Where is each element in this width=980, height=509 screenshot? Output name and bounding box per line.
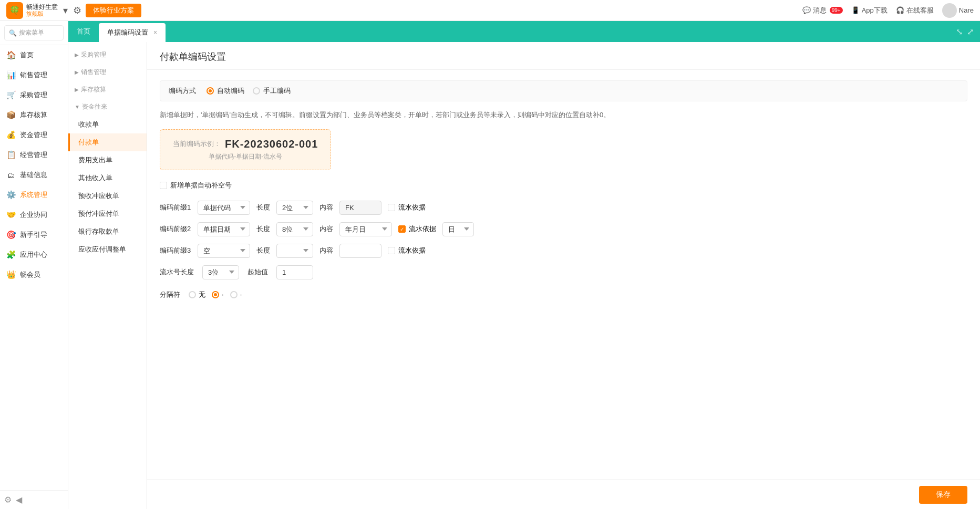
collapse-btn[interactable]: ◀	[16, 495, 22, 505]
flow-cb-label-3: 流水依据	[398, 246, 426, 255]
content-select-2[interactable]: 年月日	[339, 222, 392, 236]
sub-item-receipt[interactable]: 收款单	[68, 116, 147, 133]
system-icon: ⚙️	[6, 190, 16, 200]
sub-group-purchase: ▶ 采购管理	[68, 46, 147, 64]
sep-dot[interactable]: ·	[212, 290, 224, 298]
sub-item-advance-payable[interactable]: 预付冲应付单	[68, 205, 147, 223]
prefix-select-3[interactable]: 空	[198, 244, 250, 258]
sidebar-item-basic[interactable]: 🗂 基础信息	[0, 165, 68, 185]
sub-group-title-purchase[interactable]: ▶ 采购管理	[68, 46, 147, 64]
length-select-3[interactable]	[276, 244, 313, 258]
sidebar-item-guide[interactable]: 🎯 新手引导	[0, 225, 68, 245]
user-avatar	[942, 3, 957, 18]
serial-length-select[interactable]: 3位	[202, 265, 239, 279]
tab-encode-settings[interactable]: 单据编码设置 ×	[99, 23, 166, 42]
basic-icon: 🗂	[6, 170, 16, 180]
brand-name: 畅通好生意	[26, 3, 58, 11]
top-bar: 🍀 畅通好生意 旗舰版 ▾ ⚙ 体验行业方案 💬 消息 99+ 📱 App下载 …	[0, 0, 980, 21]
content-input-1[interactable]	[339, 201, 381, 215]
message-item[interactable]: 💬 消息 99+	[802, 6, 843, 15]
sidebar-item-label: 经营管理	[20, 150, 47, 160]
chevron-down-icon: ▼	[75, 104, 80, 110]
sidebar-item-member[interactable]: 👑 畅会员	[0, 265, 68, 285]
code-format-desc: 单据代码-单据日期-流水号	[173, 152, 318, 161]
flow-cb-1[interactable]	[388, 204, 395, 211]
code-example-value: FK-20230602-001	[225, 138, 318, 150]
serial-length-label: 流水号长度	[160, 267, 194, 277]
cooperation-icon: 🤝	[6, 210, 16, 220]
sub-group-label-capital: 资金往来	[82, 102, 107, 111]
fullscreen-tab-btn[interactable]: ⤢	[967, 27, 974, 37]
sub-item-adjustment[interactable]: 应收应付调整单	[68, 241, 147, 258]
sidebar-item-operations[interactable]: 📋 经营管理	[0, 145, 68, 165]
start-value-input[interactable]	[276, 265, 313, 279]
sub-group-sales: ▶ 销售管理	[68, 64, 147, 81]
sub-item-advance-receivable[interactable]: 预收冲应收单	[68, 187, 147, 205]
dropdown-btn[interactable]: ▾	[62, 4, 69, 17]
sidebar-item-inventory[interactable]: 📦 库存核算	[0, 105, 68, 125]
minimize-tab-btn[interactable]: ⤡	[956, 27, 963, 37]
search-label: 搜索菜单	[19, 28, 44, 37]
inventory-icon: 📦	[6, 110, 16, 120]
app-download-item[interactable]: 📱 App下载	[851, 6, 888, 15]
trial-button[interactable]: 体验行业方案	[86, 4, 141, 17]
radio-manual-encode[interactable]: 手工编码	[253, 86, 291, 96]
message-label: 消息	[813, 6, 827, 15]
online-service-item[interactable]: 🎧 在线客服	[896, 6, 934, 15]
settings-bottom-btn[interactable]: ⚙	[4, 495, 12, 505]
sidebar-item-sales[interactable]: 📊 销售管理	[0, 65, 68, 85]
sub-group-title-sales[interactable]: ▶ 销售管理	[68, 64, 147, 81]
sub-sidebar: ▶ 采购管理 ▶ 销售管理 ▶ 库存核算	[68, 42, 147, 509]
sub-group-label-purchase: 采购管理	[81, 50, 106, 59]
sidebar-item-apps[interactable]: 🧩 应用中心	[0, 245, 68, 265]
content-input-3[interactable]	[339, 244, 381, 258]
length-label-2: 长度	[256, 224, 270, 234]
start-value-label: 起始值	[247, 267, 268, 277]
length-select-2[interactable]: 8位	[276, 222, 313, 236]
user-item[interactable]: Nare	[942, 3, 974, 18]
sub-item-other-income[interactable]: 其他收入单	[68, 169, 147, 187]
brand-icon: 🍀	[6, 2, 23, 19]
flow-cb-2[interactable]: ✓	[398, 225, 406, 233]
sep-none-dot	[189, 291, 196, 298]
encode-method-row: 编码方式 自动编码 手工编码	[160, 80, 967, 101]
tab-home[interactable]: 首页	[68, 21, 99, 42]
search-button[interactable]: 🔍 搜索菜单	[4, 25, 64, 40]
sidebar-item-purchase[interactable]: 🛒 采购管理	[0, 85, 68, 105]
radio-auto-encode[interactable]: 自动编码	[207, 86, 244, 96]
settings-btn[interactable]: ⚙	[72, 4, 82, 17]
sub-group-title-inventory[interactable]: ▶ 库存核算	[68, 81, 147, 98]
flow-cb-3[interactable]	[388, 247, 395, 254]
prefix-select-2[interactable]: 单据日期	[198, 222, 250, 236]
prefix-select-1[interactable]: 单据代码	[198, 201, 250, 215]
sidebar-item-home[interactable]: 🏠 首页	[0, 45, 68, 65]
sidebar-item-finance[interactable]: 💰 资金管理	[0, 125, 68, 145]
sub-group-title-capital[interactable]: ▼ 资金往来	[68, 98, 147, 116]
prefix-row-3: 编码前缀3 空 长度 内容 流水依据	[160, 244, 967, 258]
code-preview-row: 当前编码示例： FK-20230602-001	[173, 138, 318, 150]
sidebar-item-cooperation[interactable]: 🤝 企业协同	[0, 205, 68, 225]
right-panel: 付款单编码设置 编码方式 自动编码 手工编码	[147, 42, 980, 509]
auto-fill-checkbox[interactable]	[160, 182, 167, 189]
tab-close-icon[interactable]: ×	[153, 29, 157, 36]
sep-none[interactable]: 无	[189, 290, 205, 299]
prefix-row-2: 编码前缀2 单据日期 长度 8位 内容 年月日 ✓	[160, 222, 967, 236]
save-button[interactable]: 保存	[919, 486, 967, 504]
sub-item-payment[interactable]: 付款单	[68, 133, 147, 151]
code-example-label: 当前编码示例：	[173, 139, 221, 149]
flow-cb-label-1: 流水依据	[398, 203, 426, 212]
tab-bar: 首页 单据编码设置 × ⤡ ⤢	[68, 21, 980, 42]
sidebar-item-system[interactable]: ⚙️ 系统管理	[0, 185, 68, 205]
period-select-2[interactable]: 日	[442, 222, 474, 236]
sep-dash[interactable]: ·	[230, 290, 242, 298]
sidebar-bottom: ⚙ ◀	[0, 490, 68, 509]
top-bar-controls: ▾ ⚙ 体验行业方案	[62, 4, 141, 17]
length-select-1[interactable]: 2位	[276, 201, 313, 215]
sub-item-expense-label: 费用支出单	[78, 156, 112, 164]
sub-item-bank-deposit[interactable]: 银行存取款单	[68, 223, 147, 241]
sidebar-item-label: 资金管理	[20, 130, 47, 140]
sub-item-expense[interactable]: 费用支出单	[68, 151, 147, 169]
prefix-label-1: 编码前缀1	[160, 203, 191, 212]
sidebar-item-label: 新手引导	[20, 230, 47, 240]
length-label-3: 长度	[256, 246, 270, 255]
